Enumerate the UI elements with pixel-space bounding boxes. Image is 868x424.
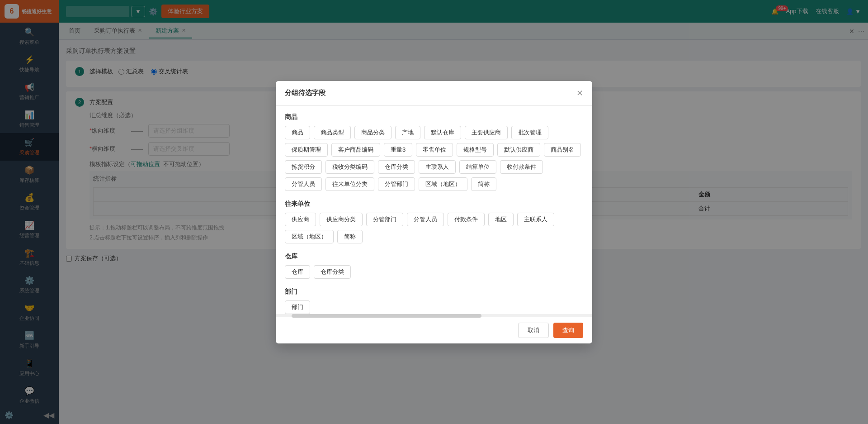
field-tag[interactable]: 产地 (395, 126, 420, 139)
field-tag[interactable]: 付款条件 (448, 213, 485, 226)
field-tag[interactable]: 零售单位 (416, 143, 453, 157)
field-tag[interactable]: 区域（地区） (285, 230, 334, 243)
field-tag[interactable]: 默认仓库 (424, 126, 461, 139)
field-tag[interactable]: 供应商 (285, 213, 316, 226)
field-tag[interactable]: 简称 (471, 177, 496, 191)
field-group-warehouse: 仓库 仓库 仓库分类 (285, 252, 583, 279)
group-title-warehouse: 仓库 (285, 252, 583, 261)
field-tag[interactable]: 重量3 (384, 143, 412, 157)
field-select-modal: 分组待选字段 ✕ 商品 商品 商品类型 商品分类 产地 默认仓库 主要供应商 批… (276, 81, 592, 343)
modal-hscroll-thumb (292, 314, 481, 318)
field-tag[interactable]: 主联系人 (419, 160, 456, 174)
modal-header: 分组待选字段 ✕ (276, 81, 592, 106)
field-tag[interactable]: 分管人员 (285, 177, 322, 191)
modal-body: 商品 商品 商品类型 商品分类 产地 默认仓库 主要供应商 批次管理 保质期管理… (276, 106, 592, 314)
field-tag[interactable]: 批次管理 (511, 126, 548, 139)
modal-title: 分组待选字段 (285, 89, 326, 97)
field-group-counterparty: 往来单位 供应商 供应商分类 分管部门 分管人员 付款条件 地区 主联系人 区域… (285, 200, 583, 243)
field-group-goods: 商品 商品 商品类型 商品分类 产地 默认仓库 主要供应商 批次管理 保质期管理… (285, 113, 583, 191)
field-group-dept: 部门 部门 (285, 288, 583, 314)
field-tag[interactable]: 主要供应商 (465, 126, 508, 139)
modal-footer: 取消 查询 (276, 317, 592, 343)
group-title-dept: 部门 (285, 288, 583, 296)
field-tag[interactable]: 地区 (488, 213, 514, 226)
counterparty-field-tags: 供应商 供应商分类 分管部门 分管人员 付款条件 地区 主联系人 区域（地区） … (285, 213, 583, 243)
goods-field-tags: 商品 商品类型 商品分类 产地 默认仓库 主要供应商 批次管理 保质期管理 客户… (285, 126, 583, 191)
warehouse-field-tags: 仓库 仓库分类 (285, 265, 583, 279)
field-tag[interactable]: 主联系人 (517, 213, 554, 226)
field-tag[interactable]: 仓库 (285, 265, 310, 279)
cancel-button[interactable]: 取消 (518, 323, 549, 338)
confirm-button[interactable]: 查询 (553, 323, 583, 338)
field-tag[interactable]: 商品别名 (544, 143, 581, 157)
field-tag[interactable]: 往来单位分类 (326, 177, 374, 191)
field-tag[interactable]: 部门 (285, 300, 310, 314)
field-tag[interactable]: 保质期管理 (285, 143, 328, 157)
modal-overlay: 分组待选字段 ✕ 商品 商品 商品类型 商品分类 产地 默认仓库 主要供应商 批… (0, 0, 868, 424)
field-tag[interactable]: 客户商品编码 (331, 143, 380, 157)
field-tag[interactable]: 税收分类编码 (326, 160, 374, 174)
field-tag[interactable]: 收付款条件 (500, 160, 543, 174)
field-tag[interactable]: 分管部门 (366, 213, 403, 226)
field-tag[interactable]: 仓库分类 (378, 160, 415, 174)
field-tag[interactable]: 商品 (285, 126, 310, 139)
group-title-goods: 商品 (285, 113, 583, 121)
field-tag[interactable]: 商品类型 (314, 126, 351, 139)
modal-close-btn[interactable]: ✕ (576, 88, 583, 98)
field-tag[interactable]: 仓库分类 (314, 265, 351, 279)
group-title-counterparty: 往来单位 (285, 200, 583, 208)
field-tag[interactable]: 拣货积分 (285, 160, 322, 174)
field-tag[interactable]: 区域（地区） (419, 177, 467, 191)
field-tag[interactable]: 简称 (337, 230, 363, 243)
dept-field-tags: 部门 (285, 300, 583, 314)
field-tag[interactable]: 默认供应商 (497, 143, 540, 157)
field-tag[interactable]: 规格型号 (457, 143, 494, 157)
field-tag[interactable]: 商品分类 (354, 126, 392, 139)
modal-hscroll[interactable] (276, 314, 592, 316)
field-tag[interactable]: 分管部门 (378, 177, 415, 191)
field-tag[interactable]: 分管人员 (407, 213, 444, 226)
field-tag[interactable]: 供应商分类 (320, 213, 363, 226)
field-tag[interactable]: 结算单位 (459, 160, 496, 174)
